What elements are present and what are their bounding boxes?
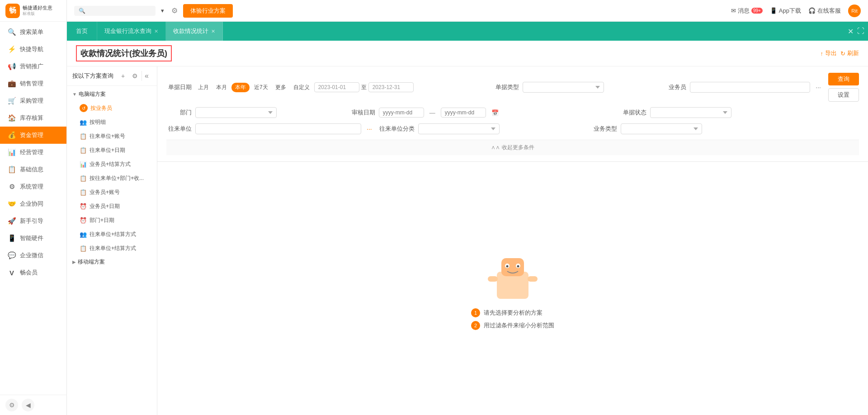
- scheme-detail[interactable]: 👥 按明细: [67, 115, 157, 129]
- page-header: 收款情况统计(按业务员) ↑ 导出 ↻ 刷新: [67, 41, 868, 66]
- biz-type-label: 业务类型: [592, 125, 617, 133]
- date-to-input[interactable]: [368, 82, 414, 92]
- sidebar-item-purchase[interactable]: 🛒 采购管理: [0, 92, 66, 109]
- doc-status-select[interactable]: [650, 107, 731, 118]
- audit-date-label: 审核日期: [350, 108, 375, 117]
- lightning-icon: ⚡: [7, 45, 16, 53]
- partner-type-select[interactable]: [418, 123, 500, 134]
- sidebar-item-quick[interactable]: ⚡ 快捷导航: [0, 41, 66, 58]
- desktop-group-header[interactable]: ▼ 电脑端方案: [67, 88, 157, 101]
- tabs-expand-icon[interactable]: ⛶: [857, 27, 864, 35]
- sidebar-item-basic[interactable]: 📋 基础信息: [0, 161, 66, 178]
- sidebar-item-sales[interactable]: 💼 销售管理: [0, 75, 66, 92]
- refresh-btn[interactable]: ↻ 刷新: [840, 49, 859, 57]
- calendar-icon-1[interactable]: 📅: [491, 109, 499, 116]
- scheme-partner-settlement-1[interactable]: 👥 往来单位+结算方式: [67, 227, 157, 241]
- scheme-partner-settlement-2[interactable]: 📋 往来单位+结算方式: [67, 241, 157, 255]
- audit-date-from-input[interactable]: [379, 108, 424, 118]
- sidebar-item-wechat[interactable]: 💬 企业微信: [0, 247, 66, 264]
- doc-type-select[interactable]: [523, 82, 604, 93]
- scheme-partner-date[interactable]: 📋 往来单位+日期: [67, 143, 157, 157]
- sidebar-item-search[interactable]: 🔍 搜索菜单: [0, 24, 66, 41]
- scheme-settings-icon[interactable]: ⚙: [130, 71, 140, 81]
- user-avatar[interactable]: Rit: [848, 5, 861, 17]
- scheme-dept-date[interactable]: ⏰ 部门+日期: [67, 213, 157, 227]
- scheme-salesperson-account[interactable]: 📋 业务员+账号: [67, 185, 157, 199]
- date-btn-more[interactable]: 更多: [273, 83, 289, 92]
- message-btn[interactable]: ✉ 消息 99+: [731, 7, 763, 15]
- salesperson-input[interactable]: [690, 82, 810, 93]
- refresh-icon: ↻: [840, 50, 845, 57]
- search-icon: 🔍: [79, 8, 85, 14]
- app-download-btn[interactable]: 📱 App下载: [770, 7, 801, 15]
- wechat-icon: 💬: [7, 251, 16, 259]
- date-from-input[interactable]: [314, 82, 359, 92]
- partner-input[interactable]: [195, 123, 361, 134]
- settings-btn[interactable]: 设置: [828, 88, 859, 102]
- sidebar-item-system[interactable]: ⚙ 系统管理: [0, 178, 66, 195]
- sidebar-settings-btn[interactable]: ⚙: [5, 399, 18, 411]
- tab-cashflow-close-icon[interactable]: ✕: [154, 28, 158, 34]
- date-btn-7days[interactable]: 近7天: [251, 83, 271, 92]
- date-btn-this-year[interactable]: 本年: [231, 83, 250, 92]
- query-btn[interactable]: 查询: [828, 73, 859, 85]
- left-panel-title: 按以下方案查询: [72, 72, 116, 80]
- tab-home[interactable]: 首页: [67, 22, 97, 41]
- logo-version: 标准版: [23, 11, 52, 17]
- sidebar-item-marketing[interactable]: 📢 营销推广: [0, 58, 66, 75]
- online-service-btn[interactable]: 🎧 在线客服: [808, 7, 841, 15]
- sidebar-item-finance[interactable]: 💰 资金管理: [0, 127, 66, 144]
- mobile-group-header[interactable]: ▶ 移动端方案: [67, 255, 157, 269]
- panel-collapse-btn[interactable]: «: [142, 71, 151, 81]
- scheme-partner-account[interactable]: 📋 往来单位+账号: [67, 129, 157, 143]
- scheme-salesperson-settlement[interactable]: 📊 业务员+结算方式: [67, 157, 157, 171]
- sidebar-item-corp[interactable]: 🤝 企业协同: [0, 195, 66, 212]
- mobile-icon: 📱: [770, 7, 777, 14]
- svg-point-4: [506, 265, 509, 268]
- scheme-partner-dept[interactable]: 📋 按往来单位+部门+收...: [67, 171, 157, 185]
- table-icon-1: 📋: [80, 133, 87, 140]
- trial-btn[interactable]: 体验行业方案: [183, 4, 233, 18]
- date-btn-custom[interactable]: 自定义: [291, 83, 312, 92]
- sidebar-item-hardware[interactable]: 📱 智能硬件: [0, 230, 66, 247]
- topbar-gear-icon[interactable]: ⚙: [171, 6, 178, 15]
- sidebar-item-member[interactable]: V 畅会员: [0, 264, 66, 281]
- sidebar-item-inventory[interactable]: 🏠 库存核算: [0, 109, 66, 127]
- tabs-close-all-icon[interactable]: ✕: [848, 27, 854, 36]
- topbar-search[interactable]: 🔍: [74, 6, 156, 16]
- robot-illustration: [486, 247, 540, 301]
- bar-chart-icon: 📊: [80, 161, 87, 168]
- scheme-salesperson-date[interactable]: ⏰ 业务员+日期: [67, 199, 157, 213]
- dash-separator: —: [429, 109, 435, 116]
- page-header-right: ↑ 导出 ↻ 刷新: [821, 49, 859, 57]
- dept-label: 部门: [166, 108, 192, 117]
- dept-select[interactable]: [195, 107, 277, 118]
- date-btn-last-month[interactable]: 上月: [195, 83, 212, 92]
- filter-row-3: 往来单位 ··· 往来单位分类 业务类型: [166, 123, 859, 134]
- doc-status-label: 单据状态: [621, 108, 646, 117]
- audit-date-to-input[interactable]: [441, 108, 486, 118]
- scheme-salesperson[interactable]: ↺ 按业务员: [67, 101, 157, 115]
- tabs-bar-right: ✕ ⛶: [848, 27, 868, 36]
- tab-collection-close-icon[interactable]: ✕: [211, 28, 215, 34]
- marketing-icon: 📢: [7, 62, 16, 71]
- salesperson-more-icon[interactable]: ···: [816, 84, 821, 91]
- collapse-filter-btn[interactable]: ∧∧ 收起更多条件: [166, 140, 859, 155]
- step-2-num: 2: [471, 321, 480, 330]
- export-btn[interactable]: ↑ 导出: [821, 49, 837, 57]
- system-icon: ⚙: [7, 183, 16, 191]
- partner-more-icon[interactable]: ···: [367, 125, 372, 132]
- sidebar-collapse-btn[interactable]: ◀: [22, 399, 34, 411]
- date-btn-this-month[interactable]: 本月: [213, 83, 230, 92]
- biz-type-filter: 业务类型: [592, 123, 797, 134]
- sidebar-item-guide[interactable]: 🚀 新手引导: [0, 212, 66, 230]
- biz-type-select[interactable]: [621, 123, 702, 134]
- tab-cashflow[interactable]: 现金银行流水查询 ✕: [97, 22, 166, 41]
- tab-collection[interactable]: 收款情况统计 ✕: [166, 22, 223, 41]
- filter-row-2: 部门 审核日期 — 📅 单据状态: [166, 107, 859, 118]
- topbar-dropdown[interactable]: ▾: [161, 7, 164, 14]
- audit-date-filter: 审核日期 — 📅: [350, 108, 614, 118]
- date-quick-buttons: 上月 本月 本年 近7天 更多 自定义: [195, 83, 312, 92]
- sidebar-item-operations[interactable]: 📊 经营管理: [0, 144, 66, 161]
- add-scheme-btn[interactable]: +: [118, 71, 128, 81]
